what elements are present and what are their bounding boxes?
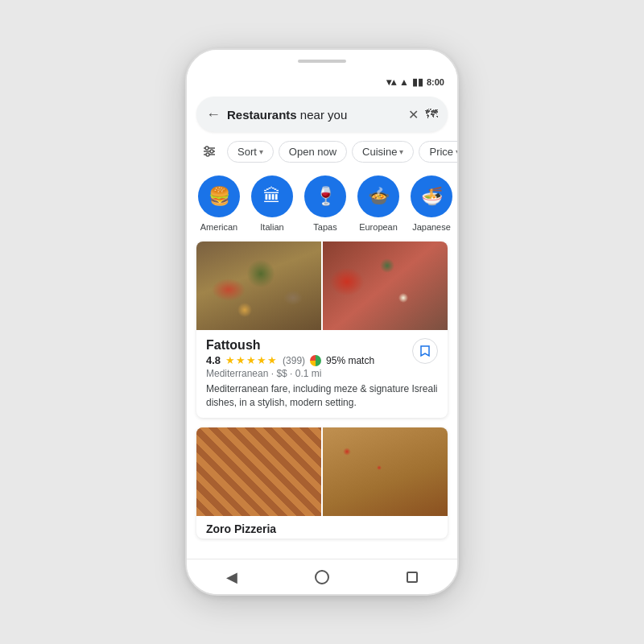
rating-number: 4.8: [206, 354, 221, 366]
stars-icon: ★★★★★: [225, 354, 278, 366]
rating-row: 4.8 ★★★★★ (399) 95% match: [206, 354, 438, 366]
american-label: American: [200, 222, 237, 232]
cuisine-european[interactable]: 🍲 European: [357, 175, 399, 232]
content-scroll[interactable]: 🍔 American 🏛 Italian 🍷 Tapas 🍲 European …: [187, 171, 457, 596]
cuisine-tapas[interactable]: 🍷 Tapas: [304, 175, 346, 232]
european-icon: 🍲: [357, 175, 399, 217]
american-icon: 🍔: [198, 175, 240, 217]
cuisine-label: Cuisine: [362, 146, 397, 158]
rating-count: (399): [283, 355, 305, 366]
open-now-label: Open now: [289, 146, 336, 158]
card-meta: Mediterranean · $$ · 0.1 mi: [206, 368, 438, 379]
home-icon: [315, 570, 329, 584]
search-text: Restaurants near you: [227, 108, 402, 122]
fattoush-images: [196, 242, 448, 330]
cuisine-japanese[interactable]: 🍜 Japanese: [411, 175, 452, 232]
cuisine-italian[interactable]: 🏛 Italian: [251, 175, 293, 232]
match-text: 95% match: [326, 355, 374, 366]
map-icon[interactable]: 🗺: [425, 107, 438, 122]
japanese-label: Japanese: [412, 222, 451, 232]
zoro-image-1: [196, 427, 321, 516]
fattoush-image-1: [196, 242, 321, 330]
battery-icon: ▮▮: [412, 76, 423, 88]
italian-label: Italian: [260, 222, 283, 232]
clear-search-icon[interactable]: ✕: [408, 107, 419, 122]
wifi-icon: ▾▴: [386, 76, 396, 88]
restaurant-name: Fattoush: [206, 338, 438, 353]
svg-point-5: [206, 153, 209, 156]
nav-bar: ◀: [187, 559, 457, 594]
fattoush-image-2: [323, 242, 448, 330]
filter-row: Sort ▾ Open now Cuisine ▾ Price ▾: [187, 138, 457, 171]
cuisine-chip[interactable]: Cuisine ▾: [352, 141, 414, 163]
japanese-icon: 🍜: [411, 175, 452, 217]
tapas-label: Tapas: [313, 222, 336, 232]
price: $$: [276, 368, 287, 379]
sort-label: Sort: [237, 146, 257, 158]
zoro-images: [196, 427, 448, 516]
svg-point-3: [205, 147, 208, 150]
price-label: Price: [429, 146, 453, 158]
status-icons: ▾▴ ▲ ▮▮ 8:00: [386, 76, 444, 88]
status-bar: ▾▴ ▲ ▮▮ 8:00: [187, 72, 457, 92]
price-chip[interactable]: Price ▾: [419, 141, 457, 163]
sort-arrow: ▾: [259, 147, 263, 156]
search-bar[interactable]: ← Restaurants near you ✕ 🗺: [196, 97, 448, 132]
separator2: ·: [290, 368, 295, 379]
search-query-bold: Restaurants: [227, 108, 297, 122]
sort-chip[interactable]: Sort ▾: [227, 141, 274, 163]
back-button[interactable]: ←: [206, 106, 221, 123]
nav-home-button[interactable]: [306, 561, 338, 593]
tapas-icon: 🍷: [304, 175, 346, 217]
card-description: Mediterranean fare, including meze & sig…: [206, 382, 438, 410]
match-dot-icon: [310, 355, 321, 366]
filter-icon-button[interactable]: [196, 138, 222, 164]
time-display: 8:00: [427, 77, 444, 87]
cuisine-row: 🍔 American 🏛 Italian 🍷 Tapas 🍲 European …: [187, 171, 457, 242]
italian-icon: 🏛: [251, 175, 293, 217]
phone-notch: [187, 50, 457, 72]
fattoush-info: Fattoush 4.8 ★★★★★ (399) 95% match Medit…: [196, 330, 448, 418]
cuisine-arrow: ▾: [399, 147, 403, 156]
phone-frame: ▾▴ ▲ ▮▮ 8:00 ← Restaurants near you ✕ 🗺: [185, 48, 459, 596]
cuisine-american[interactable]: 🍔 American: [198, 175, 240, 232]
open-now-chip[interactable]: Open now: [279, 141, 347, 163]
nav-recents-button[interactable]: [396, 561, 428, 593]
nav-back-button[interactable]: ◀: [216, 561, 248, 593]
price-arrow: ▾: [456, 147, 457, 156]
search-actions: ✕ 🗺: [408, 107, 438, 122]
svg-point-4: [210, 150, 213, 153]
recents-icon: [407, 572, 418, 583]
category: Mediterranean: [206, 368, 268, 379]
zoro-image-2: [323, 427, 448, 516]
distance: 0.1 mi: [295, 368, 322, 379]
back-icon: ◀: [226, 568, 237, 586]
signal-icon: ▲: [399, 76, 409, 88]
bookmark-button[interactable]: [412, 338, 438, 364]
zoro-name: Zoro Pizzeria: [206, 522, 276, 535]
european-label: European: [359, 222, 398, 232]
search-query-rest: near you: [297, 108, 348, 122]
restaurant-card-zoro[interactable]: Zoro Pizzeria: [196, 427, 448, 539]
restaurant-card-fattoush[interactable]: Fattoush 4.8 ★★★★★ (399) 95% match Medit…: [196, 242, 448, 418]
notch-bar: [298, 60, 346, 63]
zoro-name-partial: Zoro Pizzeria: [196, 516, 448, 539]
